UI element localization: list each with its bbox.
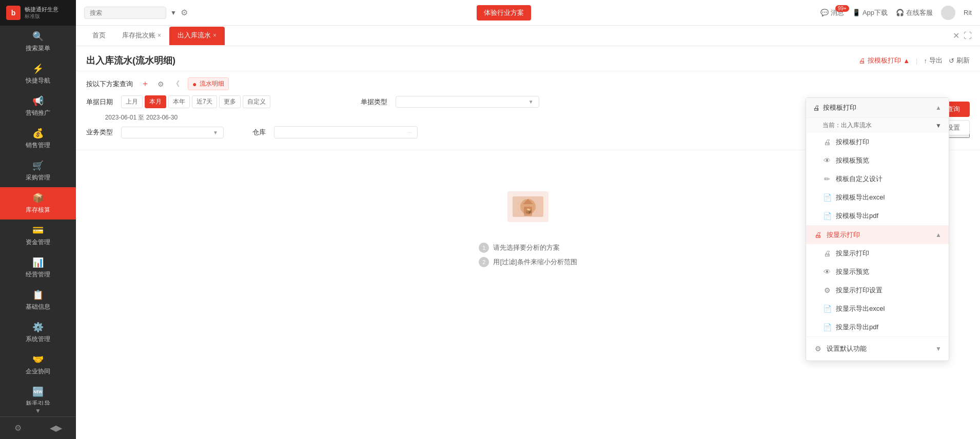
display-pdf-icon: 📄	[822, 323, 832, 331]
template-pdf-item[interactable]: 📄 按模板导出pdf	[806, 207, 949, 225]
template-print-item[interactable]: 🖨 按模板打印	[806, 133, 949, 151]
filter-settings-icon[interactable]: ⚙	[158, 80, 164, 88]
template-preview-item[interactable]: 👁 按模板预览	[806, 151, 949, 170]
print-icon: 🖨	[859, 57, 866, 65]
page-title: 出入库流水(流水明细)	[86, 54, 175, 67]
page-content: 出入库流水(流水明细) 🖨 按模板打印 ▲ | ↑ 导出 ↺ 刷新	[76, 46, 980, 439]
sidebar-guide-icon: 🆕	[32, 386, 44, 397]
sidebar-item-guide[interactable]: 🆕 新手引导	[0, 381, 76, 405]
sidebar-search-icon: 🔍	[32, 31, 44, 42]
header-dropdown-arrow[interactable]: ▼	[170, 9, 177, 16]
sidebar-item-search[interactable]: 🔍 搜索菜单	[0, 26, 76, 58]
sidebar-collab-label: 企业协同	[26, 367, 50, 376]
date-chip-上月[interactable]: 上月	[121, 95, 143, 108]
date-chip-更多[interactable]: 更多	[219, 95, 241, 108]
filter-add-button[interactable]: ＋	[141, 78, 149, 89]
sidebar-funds-label: 资金管理	[26, 238, 50, 247]
flow-detail-tag[interactable]: ● 流水明细	[188, 77, 229, 90]
sidebar-system-label: 系统管理	[26, 335, 50, 344]
sidebar-quicknav-icon: ⚡	[32, 63, 44, 74]
sidebar-item-collab[interactable]: 🤝 企业协同	[0, 349, 76, 381]
tab-home[interactable]: 首页	[84, 27, 114, 45]
collapse-sidebar-icon[interactable]: ◀▶	[50, 423, 62, 433]
display-section-header[interactable]: 🖨 按显示打印 ▲	[806, 226, 949, 244]
set-default-arrow: ▼	[935, 345, 942, 352]
sidebar-item-sales[interactable]: 💰 销售管理	[0, 123, 76, 155]
sidebar-item-operations[interactable]: 📊 经营管理	[0, 252, 76, 284]
warehouse-more-icon: ···	[407, 129, 412, 135]
date-chip-近7天[interactable]: 近7天	[192, 95, 217, 108]
warehouse-area: 仓库	[252, 128, 266, 137]
type-dropdown-icon: ▼	[213, 130, 218, 135]
refresh-label: 刷新	[956, 56, 970, 65]
empty-steps-list: 1 请先选择要分析的方案 2 用[过滤]条件来缩小分析范围	[479, 243, 577, 271]
doc-type-select[interactable]: ▼	[396, 96, 539, 108]
template-design-item[interactable]: ✏ 模板自定义设计	[806, 170, 949, 188]
current-label: 当前：出入库流水	[822, 121, 872, 130]
print-button[interactable]: 🖨 按模板打印 ▲	[859, 56, 910, 65]
sidebar-item-purchase[interactable]: 🛒 采购管理	[0, 155, 76, 187]
set-default-icon: ⚙	[813, 345, 822, 353]
refresh-button[interactable]: ↺ 刷新	[949, 56, 970, 65]
maximize-window-button[interactable]: ⛶	[964, 31, 972, 41]
doc-type-dropdown-icon: ▼	[528, 99, 534, 105]
app-sub: 标准版	[25, 13, 58, 20]
trial-button[interactable]: 体验行业方案	[477, 5, 531, 21]
sidebar-nav: 🔍 搜索菜单 ⚡ 快捷导航 📢 营销推广 💰 销售管理 🛒 采购管理 📦 库存核…	[0, 26, 76, 405]
sidebar-operations-icon: 📊	[32, 257, 44, 268]
app-download-button[interactable]: 📱 App下载	[852, 8, 888, 17]
template-design-icon: ✏	[822, 175, 832, 183]
date-chip-自定义[interactable]: 自定义	[243, 95, 270, 108]
sidebar-item-inventory[interactable]: 📦 库存核算	[0, 187, 76, 220]
sidebar-item-quicknav[interactable]: ⚡ 快捷导航	[0, 58, 76, 90]
sidebar-item-system[interactable]: ⚙️ 系统管理	[0, 316, 76, 349]
date-chip-本年[interactable]: 本年	[168, 95, 190, 108]
tab-flow-close[interactable]: ×	[213, 32, 217, 39]
customer-service-button[interactable]: 🎧 在线客服	[896, 8, 933, 17]
filter-collapse-icon[interactable]: 《	[172, 79, 180, 89]
settings-icon[interactable]: ⚙	[14, 423, 22, 433]
message-icon: 💬	[820, 9, 829, 16]
display-print-item[interactable]: 🖨 按显示打印	[806, 244, 949, 263]
display-print-icon: 🖨	[822, 249, 832, 257]
header-left: ▼ ⚙	[84, 7, 188, 19]
tab-batch-close[interactable]: ×	[158, 32, 161, 39]
sidebar-guide-label: 新手引导	[26, 400, 50, 405]
set-default-item[interactable]: ⚙ 设置默认功能 ▼	[813, 341, 942, 356]
print-dropdown-arrow[interactable]: ▲	[903, 57, 910, 65]
app-download-icon: 📱	[852, 9, 860, 16]
type-select[interactable]: ▼	[121, 127, 224, 138]
template-excel-item[interactable]: 📄 按模板导出excel	[806, 188, 949, 207]
tab-flow-label: 出入库流水	[178, 31, 211, 40]
sidebar-operations-label: 经营管理	[26, 270, 50, 279]
sidebar-bottom: ⚙ ◀▶	[0, 416, 76, 439]
dropdown-collapse-arrow[interactable]: ▲	[935, 104, 942, 111]
sidebar-item-basic[interactable]: 📋 基础信息	[0, 284, 76, 316]
display-section-icon: 🖨	[813, 231, 822, 239]
search-input[interactable]	[84, 7, 166, 19]
export-icon: ↑	[924, 57, 928, 65]
username-label: Rit	[964, 9, 972, 16]
sidebar-item-funds[interactable]: 💳 资金管理	[0, 220, 76, 252]
avatar[interactable]	[941, 6, 955, 20]
tab-flow[interactable]: 出入库流水 ×	[169, 27, 225, 45]
flow-tag-icon: ●	[192, 80, 197, 88]
sidebar-item-marketing[interactable]: 📢 营销推广	[0, 90, 76, 123]
display-settings-item[interactable]: ⚙ 按显示打印设置	[806, 281, 949, 300]
close-window-button[interactable]: ✕	[953, 31, 959, 41]
display-section-toggle[interactable]: ▲	[935, 231, 942, 238]
header-gear-icon[interactable]: ⚙	[181, 8, 188, 17]
export-button[interactable]: ↑ 导出	[924, 56, 943, 65]
tabs-bar: 首页 库存批次账 × 出入库流水 × ✕ ⛶	[76, 26, 980, 46]
flow-tag-label: 流水明细	[200, 79, 224, 88]
tab-batch[interactable]: 库存批次账 ×	[114, 27, 169, 45]
date-chip-本月[interactable]: 本月	[145, 95, 166, 108]
export-label: 导出	[929, 56, 943, 65]
sidebar-funds-icon: 💳	[32, 225, 44, 236]
message-button[interactable]: 💬 消息 99+	[820, 8, 844, 17]
display-pdf-item[interactable]: 📄 按显示导出pdf	[806, 318, 949, 336]
display-excel-item[interactable]: 📄 按显示导出excel	[806, 300, 949, 318]
display-preview-item[interactable]: 👁 按显示预览	[806, 263, 949, 281]
warehouse-select[interactable]: ···	[274, 126, 418, 138]
sidebar-scroll-down[interactable]: ▼	[0, 405, 76, 416]
